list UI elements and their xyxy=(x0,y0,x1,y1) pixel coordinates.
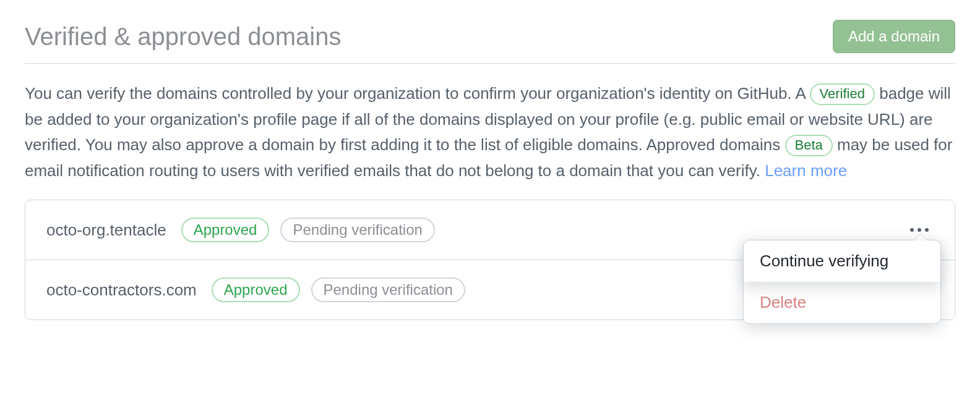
description-text-1: You can verify the domains controlled by… xyxy=(25,84,810,103)
learn-more-link[interactable]: Learn more xyxy=(765,161,847,180)
page-description: You can verify the domains controlled by… xyxy=(25,81,955,184)
domain-name: octo-contractors.com xyxy=(46,281,197,300)
delete-item[interactable]: Delete xyxy=(744,282,940,323)
page-title: Verified & approved domains xyxy=(25,23,341,51)
pending-verification-badge: Pending verification xyxy=(280,218,434,242)
kebab-icon xyxy=(910,228,929,232)
continue-verifying-item[interactable]: Continue verifying xyxy=(744,240,940,282)
domain-actions-dropdown: Continue verifying Delete xyxy=(743,240,941,324)
verified-badge: Verified xyxy=(810,83,875,105)
domain-row: octo-org.tentacle Approved Pending verif… xyxy=(25,200,955,260)
pending-verification-badge: Pending verification xyxy=(311,277,465,302)
beta-badge: Beta xyxy=(785,135,833,156)
domain-list: octo-org.tentacle Approved Pending verif… xyxy=(25,200,955,320)
approved-badge: Approved xyxy=(181,218,270,242)
domain-name: octo-org.tentacle xyxy=(46,221,166,240)
approved-badge: Approved xyxy=(212,277,300,302)
add-domain-button[interactable]: Add a domain xyxy=(833,20,955,53)
